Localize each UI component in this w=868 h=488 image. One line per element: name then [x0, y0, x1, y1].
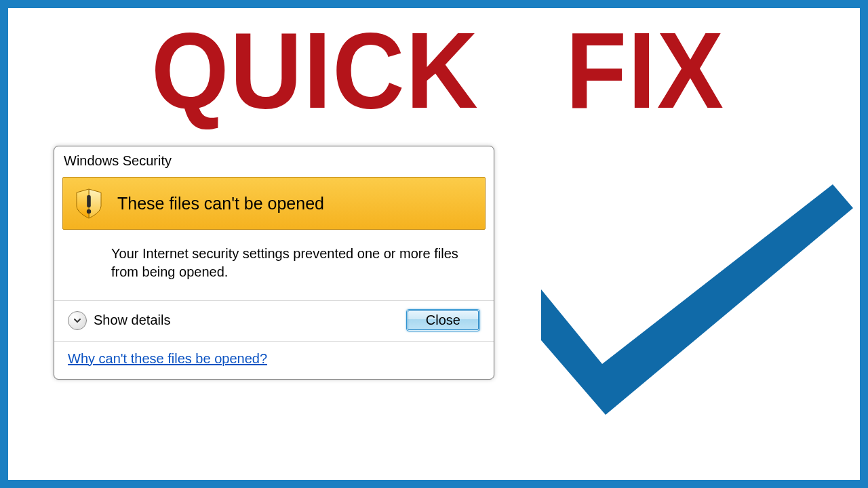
headline-word-quick: QUICK — [151, 16, 479, 125]
svg-rect-0 — [87, 195, 91, 207]
headline-word-fix: FIX — [566, 16, 725, 125]
show-details-toggle[interactable]: Show details — [68, 311, 170, 330]
headline: QUICK FIX — [8, 16, 860, 125]
thumbnail-frame: QUICK FIX Windows Security — [0, 0, 868, 488]
close-button[interactable]: Close — [406, 309, 480, 331]
checkmark-icon — [541, 184, 853, 418]
svg-point-1 — [87, 209, 91, 214]
warning-banner: These files can't be opened — [62, 177, 486, 230]
shield-warning-icon — [73, 187, 105, 220]
chevron-down-icon — [68, 311, 87, 330]
warning-heading: These files can't be opened — [117, 194, 324, 214]
svg-marker-2 — [541, 184, 853, 415]
dialog-body-text: Your Internet security settings prevente… — [54, 230, 494, 300]
show-details-label: Show details — [94, 312, 170, 328]
help-link-row: Why can't these files be opened? — [54, 342, 494, 379]
details-row: Show details Close — [54, 300, 494, 342]
dialog-title: Windows Security — [54, 146, 494, 177]
windows-security-dialog: Windows Security — [54, 146, 494, 380]
help-link[interactable]: Why can't these files be opened? — [68, 351, 267, 366]
